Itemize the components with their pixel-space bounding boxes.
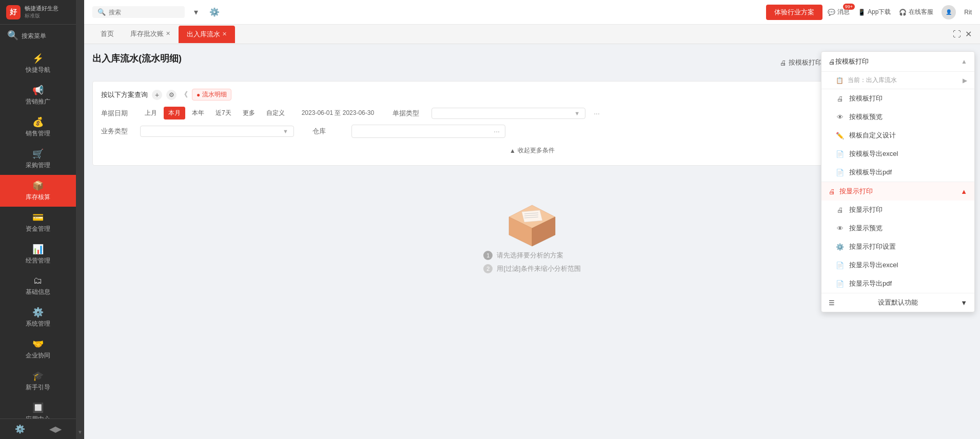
top-search-input[interactable]	[109, 9, 170, 16]
current-label: 当前：出入库流水	[848, 76, 897, 85]
top-bar-left: 🔍 ▾ ⚙️	[92, 5, 761, 19]
inventory-icon: 📦	[32, 180, 44, 191]
warehouse-more-icon[interactable]: ···	[494, 127, 500, 135]
filter-collapse-btn[interactable]: 《	[181, 90, 188, 99]
template-preview-icon: 👁	[836, 113, 844, 121]
dropdown-current: 📋 当前：出入库流水 ▶	[821, 72, 974, 89]
date-btn-this-year[interactable]: 本年	[187, 107, 209, 119]
user-avatar[interactable]: 👤	[942, 5, 956, 19]
date-range-display: 2023-06-01 至 2023-06-30	[302, 109, 374, 117]
warehouse-select[interactable]: ···	[351, 125, 505, 138]
service-button[interactable]: 🎧 在线客服	[899, 8, 933, 16]
sidebar-item-collab[interactable]: 🤝 企业协同	[0, 333, 76, 365]
dropdown-footer[interactable]: ☰ 设置默认功能 ▼	[821, 293, 974, 312]
step1-text: 请先选择要分析的方案	[497, 251, 563, 260]
tab-home[interactable]: 首页	[92, 25, 122, 44]
dropdown-item-display-pdf[interactable]: 📄 按显示导出pdf	[821, 274, 974, 293]
display-excel-icon: 📄	[836, 261, 844, 269]
sidebar-item-apps[interactable]: 🔲 应用中心	[0, 397, 76, 418]
date-btn-more[interactable]: 更多	[238, 107, 260, 119]
dropdown-item-display-print-settings[interactable]: ⚙️ 按显示打印设置	[821, 237, 974, 256]
dropdown-item-template-custom[interactable]: ✏️ 模板自定义设计	[821, 126, 974, 145]
messages-button[interactable]: 💬 消息 99+	[828, 8, 850, 16]
tab-inventory-flow[interactable]: 出入库流水 ✕	[179, 26, 235, 43]
date-btn-7days[interactable]: 近7天	[211, 107, 236, 119]
biz-type-label: 业务类型	[101, 127, 132, 136]
tabs-bar: 首页 库存批次账 ✕ 出入库流水 ✕ ⛶ ✕	[84, 25, 980, 44]
sidebar-item-search[interactable]: 🔍 搜索菜单	[0, 25, 76, 48]
dropdown-item-template-preview[interactable]: 👁 按模板预览	[821, 108, 974, 126]
filter-settings-btn[interactable]: ⚙	[166, 90, 177, 100]
dropdown-header-arrow-icon: ▲	[961, 58, 967, 65]
sidebar-item-operations[interactable]: 📊 经营管理	[0, 238, 76, 270]
settings-topbar-icon[interactable]: ⚙️	[207, 5, 222, 19]
scroll-down-icon: ▼	[77, 429, 83, 435]
dropdown-item-display-excel[interactable]: 📄 按显示导出excel	[821, 256, 974, 274]
tab-batch-account-close[interactable]: ✕	[166, 30, 170, 37]
trial-button[interactable]: 体验行业方案	[766, 5, 822, 20]
dropdown-item-template-excel[interactable]: 📄 按模板导出excel	[821, 145, 974, 163]
top-bar-right: 💬 消息 99+ 📱 App下载 🎧 在线客服 👤 Rit	[828, 5, 972, 19]
sidebar-item-basic[interactable]: 🗂 基础信息	[0, 270, 76, 302]
doc-type-select[interactable]: ▼	[432, 108, 585, 119]
app-download-button[interactable]: 📱 App下载	[858, 8, 891, 16]
collapse-up-icon: ▲	[509, 147, 516, 154]
tab-inventory-flow-close[interactable]: ✕	[222, 31, 227, 37]
dropdown-item-template-pdf[interactable]: 📄 按模板导出pdf	[821, 163, 974, 182]
sidebar-item-sales[interactable]: 💰 销售管理	[0, 111, 76, 143]
doc-type-arrow-icon: ▼	[574, 110, 580, 116]
print-dropdown-overlay: 🖨 按模板打印 ▲ 📋 当前：出入库流水 ▶ 🖨 按模板打印 👁 按模板预览 ✏…	[821, 51, 975, 312]
user-name-label: Rit	[964, 9, 972, 16]
dropdown-section-display[interactable]: 🖨 按显示打印 ▲	[821, 182, 974, 201]
sidebar-item-newbie[interactable]: 🎓 新手引导	[0, 365, 76, 397]
settings-bottom-icon[interactable]: ⚙️	[15, 424, 25, 434]
date-field-label: 单据日期	[101, 109, 132, 118]
biz-type-select[interactable]: ▼	[140, 126, 294, 137]
logo-sub: 标准版	[25, 12, 58, 19]
template-custom-icon: ✏️	[836, 131, 844, 139]
svg-marker-3	[522, 210, 542, 222]
system-icon: ⚙️	[32, 307, 44, 318]
tabs-actions: ⛶ ✕	[953, 29, 972, 39]
tab-maximize-icon[interactable]: ⛶	[953, 30, 961, 39]
logo-icon: 好	[6, 5, 21, 19]
search-box-icon: 🔍	[97, 8, 106, 16]
date-btn-last-month[interactable]: 上月	[140, 107, 162, 119]
sidebar-item-marketing[interactable]: 📢 营销推广	[0, 79, 76, 111]
doc-type-more-icon[interactable]: ···	[594, 109, 600, 117]
sidebar-item-system[interactable]: ⚙️ 系统管理	[0, 302, 76, 333]
dropdown-header[interactable]: 🖨 按模板打印 ▲	[821, 52, 974, 72]
step2-num: 2	[483, 264, 493, 273]
date-btn-this-month[interactable]: 本月	[164, 107, 185, 119]
filter-add-btn[interactable]: +	[152, 90, 162, 100]
logo-text: 畅捷通好生意	[25, 5, 58, 12]
dropdown-arrow-icon[interactable]: ▾	[189, 5, 203, 19]
dropdown-header-label: 按模板打印	[835, 57, 869, 66]
sidebar-scroll-indicator: ▼	[76, 0, 84, 439]
sidebar-item-inventory[interactable]: 📦 库存核算	[0, 175, 76, 207]
dropdown-item-display-preview[interactable]: 👁 按显示预览	[821, 219, 974, 237]
tab-batch-account[interactable]: 库存批次账 ✕	[122, 25, 179, 44]
current-arrow-icon: ▶	[963, 77, 967, 84]
date-btn-custom[interactable]: 自定义	[262, 107, 289, 119]
top-search-box[interactable]: 🔍	[92, 6, 185, 18]
tab-close-all-icon[interactable]: ✕	[965, 29, 972, 39]
sidebar-item-quick-nav[interactable]: ⚡ 快捷导航	[0, 48, 76, 79]
collapse-sidebar-icon[interactable]: ◀▶	[49, 424, 62, 434]
sidebar-item-finance[interactable]: 💳 资金管理	[0, 207, 76, 238]
dropdown-item-display-print[interactable]: 🖨 按显示打印	[821, 201, 974, 219]
service-label: 在线客服	[909, 8, 933, 16]
messages-icon: 💬	[828, 9, 835, 16]
dropdown-item-template-print[interactable]: 🖨 按模板打印	[821, 89, 974, 108]
cube-illustration	[506, 203, 558, 249]
quicknav-icon: ⚡	[32, 53, 44, 64]
display-pdf-icon: 📄	[836, 280, 844, 288]
display-section-arrow-icon: ▲	[961, 188, 967, 195]
sidebar-item-purchase[interactable]: 🛒 采购管理	[0, 143, 76, 175]
app-download-label: App下载	[868, 8, 891, 16]
finance-icon: 💳	[32, 212, 44, 223]
newbie-icon: 🎓	[32, 370, 44, 382]
filter-tag-flow[interactable]: ● 流水明细	[192, 89, 231, 101]
basic-icon: 🗂	[33, 275, 43, 286]
step2-text: 用[过滤]条件来缩小分析范围	[497, 264, 580, 273]
